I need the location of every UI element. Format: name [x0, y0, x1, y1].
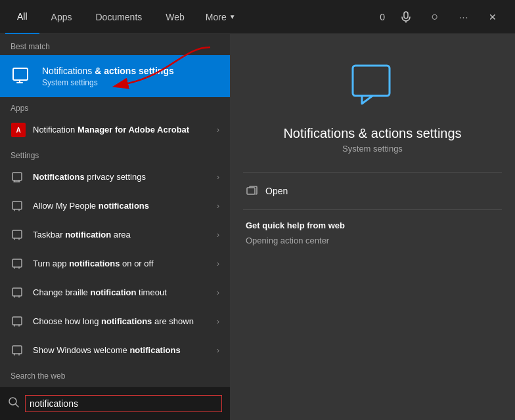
app-adobe-notification[interactable]: A Notification Manager for Adobe Acrobat… — [0, 116, 230, 144]
svg-rect-0 — [404, 12, 408, 18]
settings-privacy-text: Notifications privacy settings — [33, 172, 210, 183]
svg-rect-12 — [353, 66, 390, 96]
svg-rect-5 — [12, 230, 22, 238]
left-content: Best match Notifications & actions setti… — [0, 34, 230, 420]
notification-mypeople-icon — [11, 198, 26, 214]
close-icon[interactable]: ✕ — [481, 5, 504, 29]
more-dropdown[interactable]: More ▼ — [196, 0, 245, 34]
svg-rect-7 — [12, 288, 22, 296]
settings-header: Settings — [0, 144, 230, 163]
settings-item-mypeople[interactable]: Allow My People notifications › — [0, 192, 230, 220]
tab-web[interactable]: Web — [154, 0, 196, 34]
svg-rect-13 — [247, 188, 255, 194]
search-icon — [8, 396, 20, 411]
divider-1 — [243, 172, 502, 173]
svg-rect-2 — [13, 68, 28, 80]
search-input[interactable] — [25, 395, 222, 412]
settings-item-howlong[interactable]: Choose how long notifications are shown … — [0, 307, 230, 336]
best-match-text: Notifications & actions settings System … — [42, 65, 219, 87]
chevron-right-icon-5: › — [217, 288, 219, 297]
settings-item-taskbar[interactable]: Taskbar notification area › — [0, 220, 230, 249]
open-icon — [246, 184, 259, 198]
best-match-item[interactable]: Notifications & actions settings System … — [0, 55, 230, 97]
tab-apps[interactable]: Apps — [39, 0, 84, 34]
chevron-right-icon-1: › — [217, 173, 219, 182]
nav-icons: 0 ○ ··· ✕ — [376, 5, 510, 29]
quick-help-item: Opening action center — [243, 233, 502, 248]
more-options-icon[interactable]: ··· — [452, 5, 476, 29]
notification-welcome-icon — [11, 343, 26, 358]
settings-item-welcome[interactable]: Show Windows welcome notifications › — [0, 336, 230, 365]
more-label: More — [206, 12, 227, 22]
notification-braille-icon — [11, 285, 26, 301]
settings-welcome-text: Show Windows welcome notifications — [33, 345, 210, 356]
notification-turnapp-icon — [11, 256, 26, 272]
chevron-right-icon-6: › — [217, 317, 219, 326]
tab-all[interactable]: All — [5, 0, 39, 34]
notification-privacy-icon — [11, 169, 26, 185]
nav-badge: 0 — [376, 12, 389, 22]
settings-mypeople-text: Allow My People notifications — [33, 201, 210, 212]
svg-rect-3 — [12, 173, 22, 180]
settings-turnapp-text: Turn app notifications on or off — [33, 259, 210, 270]
best-match-title: Notifications & actions settings — [42, 65, 219, 77]
tab-apps-label: Apps — [51, 12, 72, 22]
adobe-icon: A — [11, 122, 26, 138]
settings-howlong-text: Choose how long notifications are shown — [33, 316, 210, 327]
apps-section-header: Apps — [0, 97, 230, 116]
svg-rect-6 — [12, 259, 22, 267]
notification-taskbar-icon — [11, 227, 26, 243]
result-title: Notifications & actions settings — [283, 126, 461, 141]
main-container: Best match Notifications & actions setti… — [0, 34, 515, 420]
quick-help-title: Get quick help from web — [243, 215, 502, 233]
tab-web-label: Web — [166, 12, 185, 22]
title-bold: & actions settings — [92, 66, 173, 76]
left-panel: Best match Notifications & actions setti… — [0, 34, 230, 420]
chevron-down-icon: ▼ — [229, 13, 236, 20]
notification-settings-icon — [11, 64, 34, 88]
notification-howlong-icon — [11, 314, 26, 329]
result-subtitle: System settings — [342, 144, 403, 154]
open-button[interactable]: Open — [243, 178, 502, 204]
user-icon[interactable]: ○ — [423, 5, 447, 29]
chevron-right-icon-4: › — [217, 259, 219, 268]
title-normal: Notifications — [42, 66, 92, 76]
divider-2 — [243, 209, 502, 210]
tab-documents[interactable]: Documents — [83, 0, 154, 34]
settings-item-turnapp[interactable]: Turn app notifications on or off › — [0, 249, 230, 278]
app-adobe-text: Notification Manager for Adobe Acrobat — [33, 125, 210, 136]
tab-documents-label: Documents — [95, 12, 142, 22]
svg-rect-8 — [12, 317, 22, 325]
settings-item-privacy[interactable]: Notifications privacy settings › — [0, 163, 230, 192]
chevron-right-icon-7: › — [217, 346, 219, 355]
chevron-right-icon-3: › — [217, 230, 219, 240]
best-match-subtitle: System settings — [42, 78, 219, 87]
settings-item-braille[interactable]: Change braille notification timeout › — [0, 278, 230, 307]
settings-braille-text: Change braille notification timeout — [33, 287, 210, 299]
svg-rect-4 — [12, 201, 22, 209]
best-match-header: Best match — [0, 34, 230, 55]
open-label: Open — [265, 186, 288, 196]
chevron-right-icon-2: › — [217, 201, 219, 211]
web-search-header: Search the web — [0, 365, 230, 383]
chevron-right-icon: › — [217, 125, 219, 135]
settings-taskbar-text: Taskbar notification area — [33, 230, 210, 241]
top-nav: All Apps Documents Web More ▼ 0 ○ ··· ✕ — [0, 0, 515, 34]
svg-line-11 — [16, 404, 19, 407]
tab-all-label: All — [17, 11, 28, 22]
microphone-icon[interactable] — [394, 5, 418, 29]
search-bar — [0, 386, 230, 420]
right-panel: Notifications & actions settings System … — [230, 34, 515, 420]
svg-rect-9 — [12, 346, 22, 354]
result-icon — [346, 60, 399, 116]
